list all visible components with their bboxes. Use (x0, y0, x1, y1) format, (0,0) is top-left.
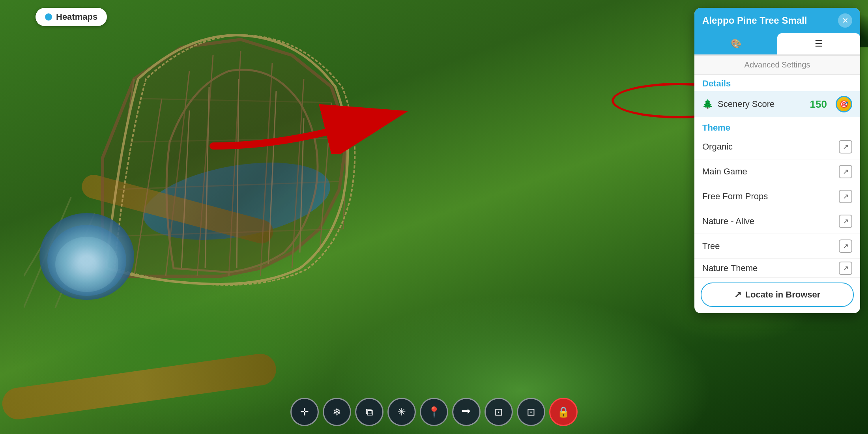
theme-tree-label: Tree (702, 241, 720, 251)
view2-icon: ⊡ (527, 406, 535, 418)
theme-item-nature-theme[interactable]: Nature Theme ↗ (694, 259, 860, 278)
list-icon: ☰ (815, 39, 823, 49)
toolbar-move-button[interactable]: ✛ (290, 398, 319, 426)
locate-browser-icon: ↗ (734, 290, 741, 300)
panel-close-button[interactable]: ✕ (838, 13, 852, 28)
toolbar-pin-button[interactable]: 📍 (420, 398, 448, 426)
scenery-score-row: 🌲 Scenery Score 150 🎯 (694, 91, 860, 117)
theme-section-header: Theme (694, 119, 860, 135)
target-icon: 🎯 (840, 100, 848, 108)
theme-item-free-form-props[interactable]: Free Form Props ↗ (694, 184, 860, 209)
theme-nature-theme-link-icon[interactable]: ↗ (839, 262, 852, 275)
toolbar-lock-button[interactable]: 🔒 (549, 398, 578, 426)
theme-nature-theme-label: Nature Theme (702, 263, 758, 273)
theme-organic-label: Organic (702, 142, 733, 152)
copy-icon: ⧉ (366, 406, 373, 418)
locate-in-browser-button[interactable]: ↗ Locate in Browser (701, 282, 854, 307)
theme-organic-link-icon[interactable]: ↗ (839, 140, 852, 153)
pin-icon: 📍 (428, 406, 440, 418)
scenery-score-button[interactable]: 🎯 (836, 96, 852, 112)
theme-main-game-link-icon[interactable]: ↗ (839, 165, 852, 178)
external-link-icon-6: ↗ (843, 264, 849, 273)
external-link-icon: ↗ (843, 142, 849, 151)
toolbar-freeze-button[interactable]: ❄ (323, 398, 351, 426)
scenery-score-value: 150 (810, 98, 827, 110)
theme-item-organic[interactable]: Organic ↗ (694, 135, 860, 159)
advanced-settings-label: Advanced Settings (694, 56, 860, 75)
external-link-icon-5: ↗ (843, 242, 849, 251)
tab-paint[interactable]: 🎨 (694, 33, 777, 54)
view-icon: ⊡ (494, 406, 503, 418)
item-panel: Aleppo Pine Tree Small ✕ 🎨 ☰ Advanced Se… (694, 8, 860, 313)
toolbar-freeze-copy-button[interactable]: ✳ (387, 398, 416, 426)
heatmaps-label: Heatmaps (56, 12, 97, 22)
theme-item-tree[interactable]: Tree ↗ (694, 234, 860, 259)
details-section-header: Details (694, 75, 860, 91)
panel-title: Aleppo Pine Tree Small (702, 15, 807, 26)
heatmaps-button[interactable]: Heatmaps (36, 8, 107, 26)
toolbar-copy-button[interactable]: ⧉ (355, 398, 383, 426)
tree-icon: 🌲 (702, 99, 713, 109)
external-link-icon-2: ↗ (843, 167, 849, 176)
lock-icon: 🔒 (557, 406, 570, 418)
selected-tree (32, 205, 142, 308)
details-label: Details (702, 79, 731, 88)
freeze-copy-icon: ✳ (397, 406, 406, 418)
theme-item-main-game[interactable]: Main Game ↗ (694, 159, 860, 184)
locate-browser-label: Locate in Browser (745, 290, 821, 300)
panel-header: Aleppo Pine Tree Small ✕ (694, 8, 860, 33)
scenery-score-label: Scenery Score (718, 99, 805, 109)
freeze-icon: ❄ (333, 406, 341, 418)
toolbar-view-button[interactable]: ⊡ (485, 398, 513, 426)
external-link-icon-3: ↗ (843, 192, 849, 201)
tree-blob-inner (55, 237, 118, 292)
toolbar-export-button[interactable]: ⮕ (452, 398, 481, 426)
theme-free-form-props-link-icon[interactable]: ↗ (839, 190, 852, 203)
toolbar-view2-button[interactable]: ⊡ (517, 398, 545, 426)
tab-list[interactable]: ☰ (777, 33, 860, 54)
heatmaps-indicator (45, 13, 52, 21)
paint-icon: 🎨 (731, 39, 741, 49)
theme-main-game-label: Main Game (702, 166, 747, 177)
close-icon: ✕ (842, 16, 849, 25)
theme-item-nature-alive[interactable]: Nature - Alive ↗ (694, 209, 860, 234)
panel-tab-bar: 🎨 ☰ (694, 33, 860, 56)
theme-nature-alive-link-icon[interactable]: ↗ (839, 215, 852, 228)
theme-free-form-props-label: Free Form Props (702, 191, 768, 202)
bottom-toolbar: ✛ ❄ ⧉ ✳ 📍 ⮕ ⊡ ⊡ 🔒 (290, 398, 578, 426)
theme-tree-link-icon[interactable]: ↗ (839, 239, 852, 253)
export-icon: ⮕ (461, 406, 471, 418)
theme-nature-alive-label: Nature - Alive (702, 216, 754, 226)
move-icon: ✛ (300, 406, 309, 418)
external-link-icon-4: ↗ (843, 217, 849, 226)
theme-list: Organic ↗ Main Game ↗ Free Form Props ↗ … (694, 135, 860, 278)
theme-label: Theme (702, 123, 730, 133)
